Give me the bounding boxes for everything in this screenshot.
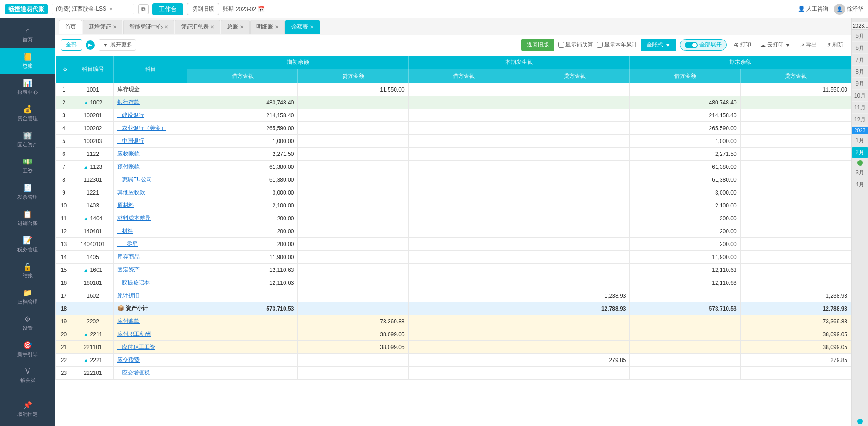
sidebar-item-tax[interactable]: 📝 税务管理 [0, 231, 55, 258]
tab-new-voucher-close[interactable]: ✕ [113, 24, 117, 29]
month-5[interactable]: 5月 [852, 31, 868, 42]
account-name-link[interactable]: 材料成本差异 [117, 215, 151, 221]
calendar-icon[interactable]: 📅 [258, 6, 265, 12]
account-name-link[interactable]: 其他应收款 [117, 189, 145, 196]
account-name-link[interactable]: 预付账款 [117, 163, 140, 170]
account-name-link[interactable]: 材料 [117, 228, 133, 234]
expand-icon[interactable]: ▲ [83, 331, 89, 338]
sidebar-item-settings[interactable]: ⚙ 设置 [0, 310, 55, 336]
month-2[interactable]: 2月 [852, 147, 868, 158]
tab-detail[interactable]: 明细账 ✕ [250, 20, 285, 34]
expand-icon[interactable]: ▲ [83, 357, 89, 363]
tab-smart-voucher[interactable]: 智能凭证中心 ✕ [123, 20, 174, 34]
tab-ledger-close[interactable]: ✕ [240, 24, 244, 29]
company-selector[interactable]: (免费) 江西股金-LSS ▼ [52, 4, 134, 14]
tab-ledger[interactable]: 总账 ✕ [221, 20, 250, 34]
tab-smart-voucher-close[interactable]: ✕ [164, 24, 168, 29]
tab-voucher-summary-close[interactable]: ✕ [210, 24, 214, 29]
return-old-button[interactable]: 返回旧版 [521, 39, 554, 51]
month-11[interactable]: 11月 [852, 103, 868, 114]
account-name-link[interactable]: 惠属EU公司 [117, 176, 152, 183]
sidebar-item-reports[interactable]: 📊 报表中心 [0, 74, 55, 100]
account-name-link[interactable]: 应付职工工资 [117, 344, 155, 350]
account-name-link[interactable]: 累计折旧 [117, 292, 140, 299]
expand-icon[interactable]: ▲ [83, 99, 89, 106]
export-button[interactable]: ↗ 导出 [797, 40, 820, 50]
consult-link[interactable]: 👤 人工咨询 [798, 5, 828, 13]
sidebar-item-close[interactable]: 🔒 结账 [0, 258, 55, 284]
account-name-link[interactable]: 胶提签记本 [117, 279, 150, 286]
month-1[interactable]: 1月 [852, 135, 868, 146]
sidebar-item-invoice[interactable]: 🧾 发票管理 [0, 179, 55, 205]
month-8[interactable]: 8月 [852, 67, 868, 78]
tab-ledger-label: 总账 [227, 23, 238, 31]
sidebar-item-assets[interactable]: 🏢 固定资产 [0, 127, 55, 153]
sidebar-item-funds[interactable]: 💰 资金管理 [0, 100, 55, 127]
opening-credit [298, 186, 408, 199]
filter-all[interactable]: 全部 [61, 39, 82, 51]
month-4[interactable]: 4月 [852, 179, 868, 190]
expand-all-toggle[interactable]: 全部展开 [680, 39, 727, 51]
tab-balance-close[interactable]: ✕ [310, 24, 314, 29]
month-9[interactable]: 9月 [852, 79, 868, 90]
account-name-link[interactable]: 库存商品 [117, 253, 140, 260]
show-year-checkbox[interactable]: 显示本年累计 [597, 41, 637, 49]
account-name-link[interactable]: 应交增值税 [117, 369, 150, 376]
tab-balance[interactable]: 余额表 ✕ [285, 20, 320, 34]
refresh-button[interactable]: ↺ 刷新 [823, 40, 846, 50]
show-aux-input[interactable] [558, 42, 564, 48]
sidebar-item-guide[interactable]: 🎯 新手引导 [0, 336, 55, 363]
account-name-link[interactable]: 应交税费 [117, 357, 140, 363]
account-name-link[interactable]: 应付账款 [117, 318, 140, 324]
expand-more-button[interactable]: ▼ 展开更多 [99, 39, 136, 51]
month-12[interactable]: 12月 [852, 115, 868, 126]
opening-credit [298, 354, 408, 367]
filter-arrow[interactable]: ▶ [86, 40, 95, 50]
sidebar-item-salary[interactable]: 💵 工资 [0, 153, 55, 179]
sidebar-item-pin[interactable]: 📌 取消固定 [0, 396, 55, 422]
closing-debit: 200.00 [630, 238, 740, 251]
current-debit [408, 328, 519, 341]
copy-icon[interactable]: ⧉ [138, 4, 149, 14]
month-10[interactable]: 10月 [852, 91, 868, 102]
tab-detail-close[interactable]: ✕ [275, 24, 279, 29]
account-name-link[interactable]: 固定资产 [117, 266, 140, 273]
account-name-link[interactable]: 原材料 [117, 202, 134, 208]
cloud-print-button[interactable]: ☁ 云打印 ▼ [757, 40, 793, 50]
user-info[interactable]: 👤 徐泽华 [834, 4, 863, 15]
account-name-link[interactable]: 中国银行 [117, 138, 144, 144]
account-name-link[interactable]: 应付职工薪酬 [117, 331, 151, 337]
year-2023-label: 2023 [852, 127, 868, 134]
settings-col-icon[interactable]: ⚙ [59, 64, 70, 75]
current-debit [408, 212, 519, 225]
account-name-link[interactable]: 农业银行（美金） [117, 125, 166, 131]
workbench-button[interactable]: 工作台 [152, 3, 183, 15]
closing-debit: 61,380.00 [630, 161, 740, 173]
account-name-link[interactable]: 银行存款 [117, 99, 140, 105]
switch-old-button[interactable]: 切到旧版 [187, 3, 219, 15]
show-aux-checkbox[interactable]: 显示辅助算 [558, 41, 593, 49]
expand-icon[interactable]: ▲ [83, 215, 89, 222]
account-name-link[interactable]: 零星 [117, 241, 138, 247]
print-button[interactable]: 🖨 打印 [730, 40, 754, 50]
month-6[interactable]: 6月 [852, 43, 868, 54]
account-name-link[interactable]: 应收账款 [117, 150, 140, 157]
expand-icon[interactable]: ▲ [83, 164, 89, 170]
sidebar-item-archive[interactable]: 📁 归档管理 [0, 284, 55, 310]
panel-bottom [857, 417, 863, 426]
sidebar-item-home[interactable]: ⌂ 首页 [0, 22, 55, 48]
expand-icon[interactable]: ▲ [83, 267, 89, 273]
month-7[interactable]: 7月 [852, 55, 868, 66]
sidebar-item-sales[interactable]: 📋 进销台账 [0, 205, 55, 231]
opening-credit [298, 173, 408, 186]
sidebar-item-ledger[interactable]: 📒 总账 [0, 48, 55, 74]
tab-voucher-summary[interactable]: 凭证汇总表 ✕ [175, 20, 220, 34]
sidebar-item-member[interactable]: V 畅会员 [0, 363, 55, 388]
tab-new-voucher[interactable]: 新增凭证 ✕ [83, 20, 122, 34]
account-name-link[interactable]: 建设银行 [117, 112, 144, 118]
full-form-button[interactable]: 全账式 ▼ [641, 39, 676, 51]
show-year-input[interactable] [597, 42, 603, 48]
tab-home[interactable]: 首页 [59, 20, 82, 34]
sidebar-label-ledger: 总账 [23, 63, 33, 69]
month-3[interactable]: 3月 [852, 167, 868, 178]
